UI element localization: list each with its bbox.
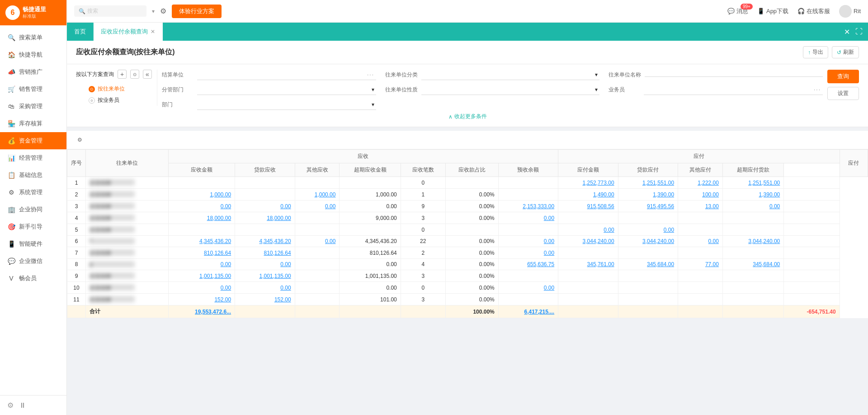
sidebar-item-sales[interactable]: 🛒 销售管理 (0, 81, 66, 98)
filter-field-partner-category: 往来单位分类 ▾ (385, 70, 599, 80)
col-header-receivable-amount: 应收金额 (168, 163, 235, 177)
dept-input[interactable]: ▾ (197, 100, 376, 110)
sidebar-item-wechat[interactable]: 💬 企业微信 (0, 253, 66, 270)
solution-button[interactable]: 体验行业方案 (172, 5, 222, 18)
col-header-overdue-receivable: 超期应收金额 (340, 163, 401, 177)
filter-panel: 按以下方案查询 + ⊙ « ⊙ 按往来单位 ○ 按业务员 (67, 64, 868, 127)
sidebar-item-finance[interactable]: 💰 资金管理 (0, 132, 66, 149)
col-header-loan-receivable: 贷款应收 (235, 163, 295, 177)
close-window-icon[interactable]: ✕ (844, 28, 850, 36)
data-table-wrapper[interactable]: 序号 往来单位 应收 应付 应付 应收金额 贷款应收 其他应收 超期应收金额 应… (67, 149, 868, 318)
sidebar-item-hardware[interactable]: 📱 智能硬件 (0, 235, 66, 253)
filter-fields: 结算单位 ··· 往来单位分类 ▾ (157, 70, 823, 110)
total-advance-balance[interactable]: 6,417,215.... (498, 305, 558, 318)
col-header-payable-amount: 应付金额 (558, 163, 618, 177)
operation-icon: 📊 (7, 154, 15, 162)
page-header: 应收应付余额查询(按往来单位) ↑ 导出 ↺ 刷新 (67, 41, 868, 64)
sidebar-bottom: ⚙ ⏸ (0, 395, 66, 415)
table-total-row: 合计 19,553,472.6... 100.00% 6,417,215.... (67, 305, 868, 318)
settlement-unit-input[interactable]: ··· (197, 70, 376, 80)
sidebar-item-corp[interactable]: 🏢 企业协同 (0, 201, 66, 218)
tabbar: 首页 应收应付余额查询 ✕ ✕ ⛶ (67, 23, 868, 41)
refresh-button[interactable]: ↺ 刷新 (832, 46, 859, 58)
dots-icon: ··· (367, 72, 374, 78)
avatar-image (839, 5, 852, 18)
wechat-icon: 💬 (7, 258, 15, 265)
table-area: ⚙ 序号 往来单位 应收 应付 应付 应收金额 贷款应收 (67, 131, 868, 318)
sidebar-item-marketing[interactable]: 📣 营销推广 (0, 63, 66, 81)
filter-settings-button[interactable]: ⊙ (130, 70, 139, 79)
filter-field-partner-nature: 往来单位性质 ▾ (385, 85, 599, 95)
filter-option-by-staff[interactable]: ○ 按业务员 (85, 95, 152, 106)
tab-balance-query[interactable]: 应收应付余额查询 ✕ (94, 23, 163, 41)
tab-home[interactable]: 首页 (67, 23, 94, 41)
filter-action-col: 查询 设置 (823, 70, 859, 100)
base-icon: 📋 (7, 172, 15, 179)
tab-close-icon[interactable]: ✕ (151, 29, 155, 35)
gear-icon[interactable]: ⚙ (160, 7, 166, 15)
sidebar-item-guide[interactable]: 🎯 新手引导 (0, 218, 66, 235)
active-dot: ⊙ (89, 86, 95, 92)
sidebar-item-inventory[interactable]: 🏪 库存核算 (0, 115, 66, 132)
collapse-conditions-button[interactable]: ∧ 收起更多条件 (76, 110, 859, 123)
sidebar-item-system[interactable]: ⚙ 系统管理 (0, 184, 66, 201)
page-title: 应收应付余额查询(按往来单位) (76, 48, 175, 57)
table-row: 5企业名称00.000.00 (67, 224, 868, 236)
purchase-icon: 🛍 (7, 103, 15, 110)
table-row: 11企业名称152.00152.00101.0030.00% (67, 294, 868, 305)
home-icon: 🏠 (7, 51, 15, 58)
topbar: 🔍 搜索 ▾ ⚙ 体验行业方案 💬 消息 99+ 📱 App下载 🎧 在线客服 … (67, 0, 868, 23)
inactive-dot: ○ (89, 97, 95, 104)
table-row: 4企业名称18,000.0018,000.009,000.0030.00%0.0… (67, 212, 868, 224)
maximize-icon[interactable]: ⛶ (855, 28, 863, 36)
sidebar-item-operation[interactable]: 📊 经营管理 (0, 149, 66, 167)
service-icon: 🎧 (797, 8, 805, 14)
filter-field-dept: 部门 ▾ (162, 100, 376, 110)
dept-manager-input[interactable]: ▾ (197, 85, 376, 95)
query-button[interactable]: 查询 (827, 70, 859, 83)
user-avatar[interactable]: Rit (839, 5, 861, 18)
sidebar-item-search-menu[interactable]: 🔍 搜索菜单 (0, 29, 66, 46)
sidebar-item-purchase[interactable]: 🛍 采购管理 (0, 98, 66, 115)
online-service-button[interactable]: 🎧 在线客服 (797, 7, 830, 15)
col-header-receivable-group: 应收 (168, 150, 558, 163)
export-icon: ↑ (808, 49, 811, 56)
sidebar-item-quick-nav[interactable]: 🏠 快捷导航 (0, 46, 66, 63)
table-row: 6^4,345,436.204,345,436.200.004,345,436.… (67, 236, 868, 247)
table-settings-icon[interactable]: ⚙ (74, 134, 85, 145)
export-button[interactable]: ↑ 导出 (803, 46, 828, 58)
setting-button[interactable]: 设置 (827, 87, 859, 100)
salesman-input[interactable]: ··· (644, 85, 823, 95)
app-download-button[interactable]: 📱 App下载 (757, 7, 788, 15)
data-table: 序号 往来单位 应收 应付 应付 应收金额 贷款应收 其他应收 超期应收金额 应… (67, 149, 868, 318)
sidebar-item-member[interactable]: V 畅会员 (0, 270, 66, 287)
filter-add-button[interactable]: + (118, 70, 127, 79)
collapse-icon[interactable]: ⏸ (19, 401, 26, 410)
filter-option-by-partner[interactable]: ⊙ 按往来单位 (85, 83, 152, 95)
chevron-down-icon: ▾ (595, 72, 598, 78)
filter-scheme-selector: 按以下方案查询 + ⊙ « ⊙ 按往来单位 ○ 按业务员 (76, 70, 157, 106)
col-header-overdue-payable: 超期应付货款 (722, 163, 783, 177)
table-toolbar: ⚙ (67, 131, 868, 149)
filter-field-dept-manager: 分管部门 ▾ (162, 85, 376, 95)
filter-collapse-button[interactable]: « (143, 70, 152, 79)
col-header-receivable-ratio: 应收款占比 (445, 163, 498, 177)
chevron-up-icon: ∧ (448, 114, 453, 120)
partner-nature-input[interactable]: ▾ (421, 85, 599, 95)
col-header-other-receivable: 其他应收 (295, 163, 340, 177)
col-header-payable-end: 应付 (840, 150, 868, 177)
col-header-advance-balance: 预收余额 (498, 163, 558, 177)
message-button[interactable]: 💬 消息 99+ (727, 7, 748, 15)
partner-name-input[interactable] (645, 73, 823, 77)
table-row: 2企业名称1,000.001,000.001,000.0010.00%1,490… (67, 189, 868, 200)
filter-options: ⊙ 按往来单位 ○ 按业务员 (85, 83, 152, 106)
marketing-icon: 📣 (7, 68, 15, 76)
total-receivable-amount[interactable]: 19,553,472.6... (168, 305, 235, 318)
hardware-icon: 📱 (7, 240, 15, 248)
settings-icon[interactable]: ⚙ (7, 401, 14, 410)
sidebar-item-base[interactable]: 📋 基础信息 (0, 167, 66, 184)
top-search-box[interactable]: 🔍 搜索 (74, 5, 146, 17)
partner-category-input[interactable]: ▾ (421, 70, 599, 80)
table-row: 9企业名称1,001,135.001,001,135.001,001,135.0… (67, 270, 868, 282)
chevron-down-icon-2: ▾ (372, 86, 374, 93)
